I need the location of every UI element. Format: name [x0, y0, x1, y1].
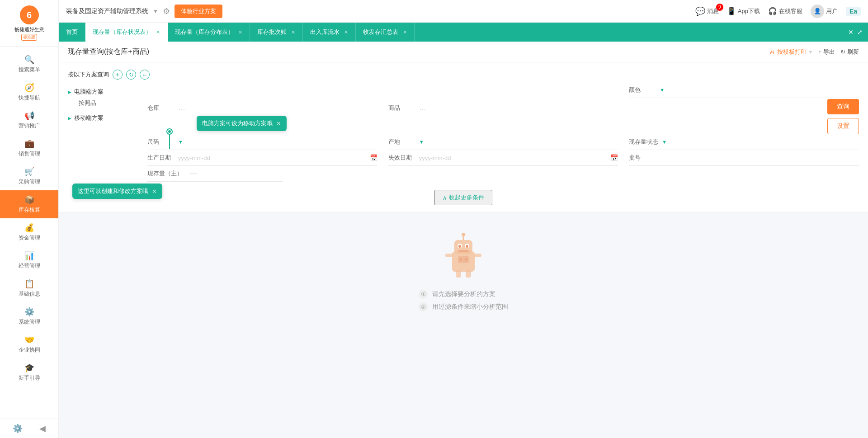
reset-btn[interactable]: 设置: [827, 118, 859, 134]
sidebar-item-inventory[interactable]: 📦 库存核算: [0, 190, 58, 218]
tab-batch-account[interactable]: 库存批次账 ✕: [250, 23, 303, 42]
color-dropdown-icon[interactable]: ▼: [660, 87, 665, 93]
size-dropdown-icon[interactable]: ▼: [178, 139, 183, 145]
add-scheme-btn[interactable]: +: [113, 70, 123, 80]
filter-color: 颜色 ▼: [629, 86, 859, 98]
tab-close-inout-flow[interactable]: ✕: [344, 29, 348, 35]
sidebar-item-basic[interactable]: 📋 基础信息: [0, 274, 58, 302]
settings-gear-icon[interactable]: ⚙: [163, 6, 170, 16]
empty-step-1: ① 请先选择要分析的方案: [419, 290, 508, 299]
tab-inventory-dist[interactable]: 现存量（库存分布表） ✕: [168, 23, 250, 42]
origin-label: 产地: [388, 138, 415, 146]
warehouse-label: 仓库: [147, 104, 175, 112]
tab-inout-flow[interactable]: 出入库流水 ✕: [303, 23, 356, 42]
mobile-scheme-tooltip: 电脑方案可设为移动方案哦 ✕: [197, 116, 287, 131]
refresh-btn[interactable]: ↻ 刷新: [840, 48, 859, 56]
sidebar-item-enterprise[interactable]: 🤝 企业协同: [0, 330, 58, 358]
scheme-pc-sub[interactable]: 按照品: [68, 98, 134, 108]
tab-receive-total[interactable]: 收发存汇总表 ✕: [356, 23, 415, 42]
svg-rect-11: [456, 270, 461, 278]
page-title: 现存量查询(按仓库+商品): [68, 47, 149, 57]
filter-label: 按以下方案查询: [68, 71, 109, 79]
template-print-btn[interactable]: 🖨 按模板打印 ▼: [769, 48, 813, 56]
size-control: ▼: [178, 139, 377, 145]
arrow-scheme-btn[interactable]: ←: [140, 70, 150, 80]
purchase-icon: 🛒: [24, 167, 34, 177]
search-icon: 🔍: [24, 55, 34, 65]
tooltip-create-close[interactable]: ✕: [152, 188, 157, 195]
ea-badge: Ea: [846, 7, 861, 16]
production-date-input[interactable]: yyyy-mm-dd: [178, 155, 370, 161]
production-date-calendar-icon[interactable]: 📅: [370, 154, 377, 161]
sidebar-item-marketing[interactable]: 📢 营销推广: [0, 106, 58, 134]
tab-close-inventory-status[interactable]: ✕: [156, 29, 160, 35]
topbar-left: 装备及固定资产辅助管理系统 ▼ ⚙ 体验行业方案: [66, 5, 222, 18]
filter-row-3: 生产日期 yyyy-mm-dd 📅 失效日期 yyyy-mm-dd 📅: [147, 154, 859, 166]
sidebar-item-search[interactable]: 🔍 搜索菜单: [0, 50, 58, 78]
expiry-date-label: 失效日期: [388, 154, 415, 162]
svg-point-5: [466, 245, 468, 248]
empty-illustration: [441, 231, 486, 283]
stock-status-dropdown-icon[interactable]: ▼: [662, 139, 667, 145]
tooltip-connector: [167, 129, 172, 149]
tooltip-scheme-close[interactable]: ✕: [276, 120, 281, 127]
sidebar: 6 畅捷通好生意 标准版 🔍 搜索菜单 🧭 快捷导航 📢 营销推广 💼 销售管理…: [0, 0, 59, 438]
basic-icon: 📋: [24, 279, 34, 289]
tab-home[interactable]: 首页: [59, 23, 85, 42]
print-icon: 🖨: [769, 48, 775, 55]
goods-more-btn[interactable]: …: [419, 104, 426, 112]
tab-inventory-status[interactable]: 现存量（库存状况表） ✕: [85, 23, 168, 42]
filter-production-date: 生产日期 yyyy-mm-dd 📅: [147, 154, 377, 166]
search-btn[interactable]: 查询: [827, 99, 859, 114]
stock-status-control: ▼: [662, 139, 859, 145]
maximize-icon[interactable]: ⤢: [857, 28, 863, 36]
collapse-area: ∧ 收起更多条件: [68, 190, 859, 205]
color-control: ▼: [660, 87, 859, 93]
close-all-tabs-icon[interactable]: ✕: [848, 28, 854, 36]
tab-close-inventory-dist[interactable]: ✕: [238, 29, 242, 35]
finance-icon: 💰: [24, 223, 34, 233]
sidebar-nav: 🔍 搜索菜单 🧭 快捷导航 📢 营销推广 💼 销售管理 🛒 采购管理 📦 库存核…: [0, 47, 58, 419]
sidebar-item-purchase[interactable]: 🛒 采购管理: [0, 162, 58, 190]
collapse-btn[interactable]: ∧ 收起更多条件: [434, 190, 492, 205]
filter-batch: 批号: [629, 154, 859, 166]
refresh-scheme-btn[interactable]: ↻: [126, 70, 136, 80]
sidebar-item-system[interactable]: ⚙️ 系统管理: [0, 302, 58, 330]
user-menu[interactable]: 👤 用户: [811, 5, 838, 18]
messages-btn[interactable]: 💬 9 消息: [695, 6, 719, 16]
sidebar-item-sales[interactable]: 💼 销售管理: [0, 134, 58, 162]
tabbar-end: ✕ ⤢: [843, 23, 868, 42]
export-btn[interactable]: ↑ 导出: [819, 48, 835, 56]
warehouse-more-btn[interactable]: …: [178, 104, 185, 112]
stock-status-label: 现存量状态: [629, 138, 658, 146]
sidebar-item-guide[interactable]: 🎓 新手引导: [0, 358, 58, 386]
expiry-date-calendar-icon[interactable]: 📅: [610, 154, 618, 161]
topbar-dropdown-icon[interactable]: ▼: [153, 8, 158, 14]
sidebar-item-finance[interactable]: 💰 资金管理: [0, 218, 58, 246]
tab-close-receive-total[interactable]: ✕: [403, 29, 407, 35]
settings-icon[interactable]: ⚙️: [13, 424, 23, 433]
expiry-date-input[interactable]: yyyy-mm-dd: [419, 155, 611, 161]
app-download-btn[interactable]: 📱 App下载: [727, 7, 760, 15]
sidebar-item-quick[interactable]: 🧭 快捷导航: [0, 78, 58, 106]
user-avatar: 👤: [811, 5, 824, 18]
inventory-icon: 📦: [24, 195, 34, 205]
sidebar-logo: 6 畅捷通好生意 标准版: [0, 0, 58, 47]
filter-color-search: 颜色 ▼ 查询 设置: [629, 86, 859, 134]
production-date-label: 生产日期: [147, 154, 175, 162]
svg-rect-10: [474, 254, 481, 257]
svg-point-7: [462, 233, 465, 236]
origin-dropdown-icon[interactable]: ▼: [419, 139, 424, 145]
main-area: 装备及固定资产辅助管理系统 ▼ ⚙ 体验行业方案 💬 9 消息 📱 App下载 …: [59, 0, 868, 438]
experience-btn[interactable]: 体验行业方案: [175, 5, 222, 18]
collapse-sidebar-icon[interactable]: ◀: [39, 424, 46, 433]
expiry-date-control: yyyy-mm-dd 📅: [419, 154, 618, 161]
scheme-pc[interactable]: ▶ 电脑端方案: [68, 86, 134, 98]
scheme-mobile[interactable]: ▶ 移动端方案: [68, 112, 134, 124]
online-service-btn[interactable]: 🎧 在线客服: [768, 7, 802, 15]
batch-label: 批号: [629, 154, 656, 162]
svg-point-4: [458, 245, 461, 248]
sidebar-item-operation[interactable]: 📊 经营管理: [0, 246, 58, 274]
tab-close-batch-account[interactable]: ✕: [291, 29, 295, 35]
svg-rect-8: [458, 250, 469, 252]
